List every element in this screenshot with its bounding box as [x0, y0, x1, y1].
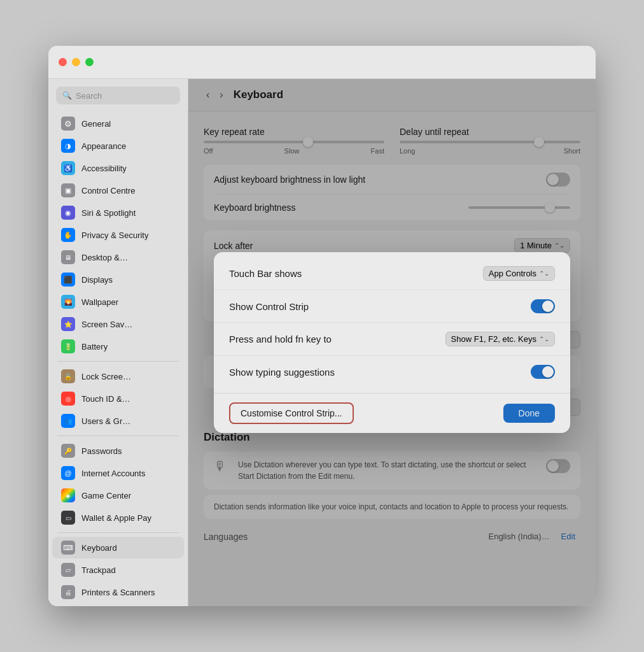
fn-key-row: Press and hold fn key to Show F1, F2, et… — [214, 323, 570, 356]
internet-icon: @ — [61, 466, 75, 480]
system-preferences-window: 🔍 Search ⚙ General ◑ Appearance ♿ Access… — [48, 46, 596, 606]
sidebar-label-users: Users & Gr… — [81, 416, 130, 426]
sidebar-label-lock-screen: Lock Scree… — [81, 372, 131, 381]
sidebar-item-users[interactable]: 👥 Users & Gr… — [52, 410, 184, 432]
touch-bar-shows-row: Touch Bar shows App Controls ⌃⌄ — [214, 257, 570, 290]
touch-bar-shows-label: Touch Bar shows — [229, 268, 302, 279]
siri-icon: ◉ — [61, 206, 75, 220]
sidebar-divider-2 — [57, 436, 179, 436]
touch-id-icon: ◎ — [61, 392, 75, 406]
titlebar — [48, 46, 596, 79]
sidebar-label-wallet: Wallet & Apple Pay — [81, 513, 151, 523]
fn-key-arrow: ⌃⌄ — [539, 336, 549, 343]
wallpaper-icon: 🌄 — [61, 295, 75, 309]
modal-overlay: Touch Bar shows App Controls ⌃⌄ Show Con… — [188, 79, 596, 606]
game-center-icon: ◈ — [61, 488, 75, 502]
show-control-strip-toggle[interactable] — [531, 299, 555, 313]
show-control-strip-knob — [542, 301, 554, 312]
users-icon: 👥 — [61, 414, 75, 428]
sidebar-item-battery[interactable]: 🔋 Battery — [52, 336, 184, 357]
close-button[interactable] — [59, 58, 67, 66]
minimize-button[interactable] — [72, 58, 80, 66]
sidebar-label-screensaver: Screen Sav… — [81, 320, 132, 329]
sidebar-label-game-center: Game Center — [81, 491, 131, 500]
show-typing-label: Show typing suggestions — [229, 367, 335, 378]
lock-screen-icon: 🔒 — [61, 369, 75, 383]
main-layout: 🔍 Search ⚙ General ◑ Appearance ♿ Access… — [48, 79, 596, 606]
sidebar-item-touch-id[interactable]: ◎ Touch ID &… — [52, 388, 184, 409]
battery-icon: 🔋 — [61, 339, 75, 353]
sidebar-items: ⚙ General ◑ Appearance ♿ Accessibility ▣… — [48, 110, 188, 606]
traffic-lights — [59, 58, 94, 66]
sidebar-label-general: General — [81, 119, 111, 129]
show-control-strip-row: Show Control Strip — [214, 290, 570, 323]
sidebar-item-lock-screen[interactable]: 🔒 Lock Scree… — [52, 365, 184, 387]
sidebar-item-desktop[interactable]: 🖥 Desktop &… — [52, 246, 184, 268]
search-bar[interactable]: 🔍 Search — [56, 87, 180, 104]
control-centre-icon: ▣ — [61, 183, 75, 197]
sidebar-item-printers[interactable]: 🖨 Printers & Scanners — [52, 581, 184, 603]
sidebar-label-control-centre: Control Centre — [81, 186, 136, 195]
search-icon: 🔍 — [62, 91, 72, 100]
fn-key-value: Show F1, F2, etc. Keys — [451, 334, 536, 344]
sidebar-item-siri[interactable]: ◉ Siri & Spotlight — [52, 202, 184, 223]
sidebar-item-internet[interactable]: @ Internet Accounts — [52, 462, 184, 484]
sidebar-label-trackpad: Trackpad — [81, 565, 116, 575]
customise-control-strip-button[interactable]: Customise Control Strip... — [229, 402, 354, 424]
sidebar-divider — [57, 361, 179, 362]
sidebar-label-battery: Battery — [81, 342, 108, 351]
desktop-icon: 🖥 — [61, 250, 75, 264]
sidebar-item-passwords[interactable]: 🔑 Passwords — [52, 440, 184, 462]
done-button[interactable]: Done — [503, 404, 555, 423]
sidebar-item-trackpad[interactable]: ▱ Trackpad — [52, 559, 184, 581]
sidebar-label-siri: Siri & Spotlight — [81, 208, 136, 218]
sidebar-label-passwords: Passwords — [81, 446, 122, 456]
show-typing-knob — [542, 366, 554, 378]
sidebar-item-displays[interactable]: ⬛ Displays — [52, 269, 184, 290]
sidebar-item-privacy[interactable]: ✋ Privacy & Security — [52, 224, 184, 246]
sidebar-label-printers: Printers & Scanners — [81, 588, 155, 597]
fn-key-dropdown[interactable]: Show F1, F2, etc. Keys ⌃⌄ — [445, 332, 555, 346]
fn-key-label: Press and hold fn key to — [229, 334, 332, 344]
sidebar-item-game-center[interactable]: ◈ Game Center — [52, 485, 184, 506]
sidebar-label-keyboard: Keyboard — [81, 543, 117, 553]
sidebar-label-privacy: Privacy & Security — [81, 230, 148, 240]
sidebar-item-screensaver[interactable]: ⭐ Screen Sav… — [52, 313, 184, 335]
wallet-icon: ▭ — [61, 511, 75, 525]
content-area: ‹ › Keyboard Key repeat rate Off Slow — [188, 79, 596, 606]
sidebar-item-control-centre[interactable]: ▣ Control Centre — [52, 180, 184, 201]
sidebar-label-displays: Displays — [81, 275, 113, 285]
show-typing-toggle[interactable] — [531, 365, 555, 379]
printers-icon: 🖨 — [61, 585, 75, 599]
sidebar-label-touch-id: Touch ID &… — [81, 394, 130, 404]
show-control-strip-label: Show Control Strip — [229, 301, 309, 312]
screensaver-icon: ⭐ — [61, 317, 75, 331]
accessibility-icon: ♿ — [61, 161, 75, 175]
trackpad-icon: ▱ — [61, 563, 75, 577]
sidebar: 🔍 Search ⚙ General ◑ Appearance ♿ Access… — [48, 79, 188, 606]
keyboard-icon: ⌨ — [61, 541, 75, 555]
sidebar-item-appearance[interactable]: ◑ Appearance — [52, 135, 184, 157]
sidebar-item-keyboard[interactable]: ⌨ Keyboard — [52, 537, 184, 558]
sidebar-label-internet: Internet Accounts — [81, 469, 145, 478]
search-placeholder: Search — [76, 91, 102, 101]
maximize-button[interactable] — [85, 58, 94, 66]
sidebar-item-accessibility[interactable]: ♿ Accessibility — [52, 157, 184, 179]
touch-bar-shows-dropdown[interactable]: App Controls ⌃⌄ — [483, 266, 555, 281]
general-icon: ⚙ — [61, 117, 75, 131]
touch-bar-modal: Touch Bar shows App Controls ⌃⌄ Show Con… — [214, 252, 570, 433]
modal-body: Touch Bar shows App Controls ⌃⌄ Show Con… — [214, 252, 570, 393]
sidebar-label-appearance: Appearance — [81, 141, 126, 151]
displays-icon: ⬛ — [61, 273, 75, 287]
touch-bar-shows-value: App Controls — [489, 269, 536, 278]
modal-footer: Customise Control Strip... Done — [214, 393, 570, 433]
sidebar-item-wallpaper[interactable]: 🌄 Wallpaper — [52, 291, 184, 313]
touch-bar-shows-arrow: ⌃⌄ — [539, 270, 549, 277]
sidebar-item-general[interactable]: ⚙ General — [52, 113, 184, 134]
sidebar-label-accessibility: Accessibility — [81, 164, 127, 173]
sidebar-divider-3 — [57, 532, 179, 533]
sidebar-label-desktop: Desktop &… — [81, 253, 128, 262]
sidebar-item-wallet[interactable]: ▭ Wallet & Apple Pay — [52, 507, 184, 528]
show-typing-row: Show typing suggestions — [214, 356, 570, 388]
passwords-icon: 🔑 — [61, 444, 75, 458]
